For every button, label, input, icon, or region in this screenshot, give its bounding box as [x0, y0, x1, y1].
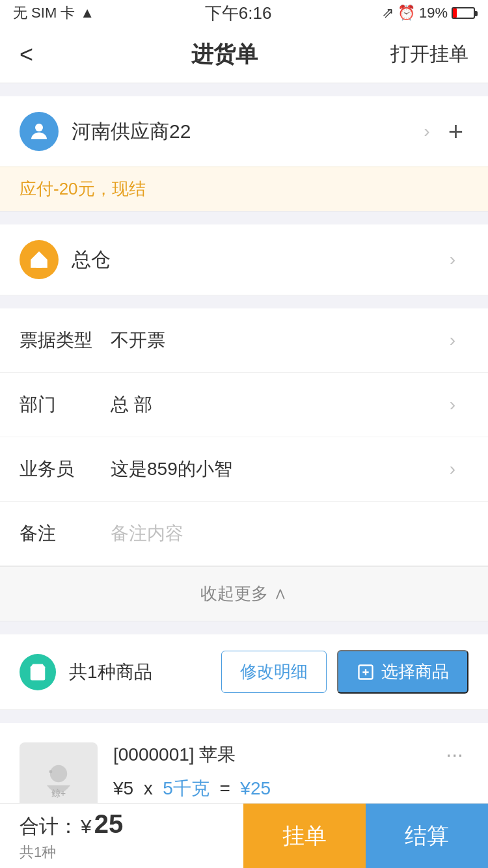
- status-right: ⇗ ⏰ 19%: [382, 5, 475, 21]
- bottom-bar: 合计： ¥ 25 共1种 挂单 结算: [0, 803, 488, 868]
- product-price: ¥5 x 5千克 = ¥25: [113, 776, 441, 801]
- svg-rect-1: [36, 262, 42, 268]
- salesperson-row[interactable]: 业务员 这是859的小智 ›: [0, 437, 488, 502]
- warehouse-name: 总仓: [72, 247, 450, 273]
- product-info: [0000001] 苹果 ¥5 x 5千克 = ¥25: [113, 742, 441, 801]
- chevron-right-icon: ›: [424, 121, 429, 142]
- supplier-row[interactable]: 河南供应商22 › +: [0, 96, 488, 167]
- battery-label: 19%: [419, 5, 448, 21]
- svg-point-7: [49, 770, 53, 774]
- collapse-text: 收起更多 ∧: [200, 582, 287, 605]
- add-button[interactable]: +: [443, 117, 468, 146]
- product-placeholder-icon: 鲸+: [39, 762, 78, 801]
- svg-point-0: [35, 124, 43, 131]
- department-row[interactable]: 部门 总 部 ›: [0, 373, 488, 437]
- back-button[interactable]: <: [20, 41, 59, 68]
- top-divider: [0, 83, 488, 96]
- products-count: 共1种商品: [69, 660, 221, 685]
- warehouse-section: 总仓 ›: [0, 224, 488, 295]
- supplier-name: 河南供应商22: [72, 118, 424, 145]
- department-chevron-icon: ›: [450, 394, 455, 415]
- page-title: 进货单: [191, 40, 258, 70]
- select-product-icon: [357, 663, 375, 681]
- form-section: 票据类型 不开票 › 部门 总 部 › 业务员 这是859的小智 › 备注 备注…: [0, 308, 488, 566]
- invoice-chevron-icon: ›: [450, 330, 455, 351]
- user-icon: [27, 120, 51, 143]
- salesperson-value: 这是859的小智: [111, 457, 450, 481]
- status-bar: 无 SIM 卡 ▲ 下午6:16 ⇗ ⏰ 19%: [0, 0, 488, 26]
- remarks-label: 备注: [20, 521, 111, 546]
- hold-button[interactable]: 挂单: [243, 804, 366, 869]
- cart-icon: [28, 662, 47, 682]
- warehouse-icon: [20, 240, 59, 279]
- status-left: 无 SIM 卡 ▲: [13, 3, 94, 23]
- invoice-type-label: 票据类型: [20, 328, 111, 353]
- supplier-avatar: [20, 112, 59, 151]
- products-icon: [20, 654, 56, 690]
- remarks-input[interactable]: 备注内容: [111, 521, 468, 546]
- location-icon: ⇗: [382, 5, 394, 21]
- total-amount: 25: [94, 809, 124, 839]
- total-main: 合计： ¥ 25: [20, 809, 224, 840]
- svg-text:鲸+: 鲸+: [51, 788, 66, 798]
- invoice-type-row[interactable]: 票据类型 不开票 ›: [0, 308, 488, 373]
- invoice-type-value: 不开票: [111, 328, 450, 353]
- nav-bar: < 进货单 打开挂单: [0, 26, 488, 83]
- total-label: 合计：: [20, 813, 78, 840]
- alarm-icon: ⏰: [398, 5, 415, 21]
- edit-detail-button[interactable]: 修改明细: [221, 651, 327, 693]
- total-sub: 共1种: [20, 843, 224, 862]
- currency-symbol: ¥: [81, 815, 92, 837]
- department-value: 总 部: [111, 392, 450, 417]
- warehouse-chevron-icon: ›: [450, 249, 455, 270]
- svg-point-6: [50, 765, 67, 782]
- select-product-button[interactable]: 选择商品: [337, 650, 468, 694]
- salesperson-label: 业务员: [20, 457, 111, 481]
- wifi-icon: ▲: [80, 5, 94, 21]
- total-section: 合计： ¥ 25 共1种: [0, 809, 243, 862]
- home-icon: [28, 249, 50, 271]
- department-label: 部门: [20, 392, 111, 417]
- salesperson-chevron-icon: ›: [450, 459, 455, 480]
- collapse-row[interactable]: 收起更多 ∧: [0, 566, 488, 621]
- payment-notice: 应付-20元，现结: [0, 167, 488, 211]
- checkout-button[interactable]: 结算: [366, 804, 488, 869]
- products-header: 共1种商品 修改明细 选择商品: [0, 634, 488, 710]
- supplier-section: 河南供应商22 › + 应付-20元，现结: [0, 96, 488, 211]
- warehouse-row[interactable]: 总仓 ›: [0, 224, 488, 295]
- product-name: [0000001] 苹果: [113, 742, 441, 767]
- remarks-row[interactable]: 备注 备注内容: [0, 502, 488, 566]
- product-menu-button[interactable]: ···: [441, 742, 468, 766]
- status-time: 下午6:16: [205, 2, 272, 25]
- open-hold-button[interactable]: 打开挂单: [390, 41, 468, 68]
- battery-icon: [452, 7, 475, 19]
- carrier-label: 无 SIM 卡: [13, 3, 75, 23]
